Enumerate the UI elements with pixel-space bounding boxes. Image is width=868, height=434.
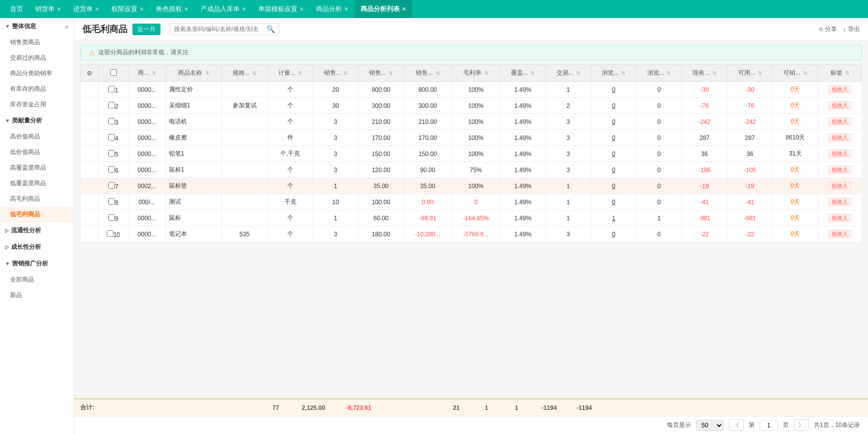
sidebar-item-category-sales-rate[interactable]: 商品分类助销率 [0, 66, 74, 81]
nav-close-product-entry[interactable]: ✕ [242, 6, 246, 13]
sidebar-item-low-margin[interactable]: 低毛利商品 [0, 207, 74, 222]
col-browse2[interactable]: 浏览... ⇅ [636, 65, 682, 82]
row-spec [222, 194, 268, 210]
col-trade[interactable]: 交易... ⇅ [546, 65, 591, 82]
row-browse1[interactable]: 0 [591, 146, 636, 162]
row-actions[interactable] [81, 210, 99, 226]
table-row: 5 0000... 铅笔1 个,千克 3 150.00 150.00 100% … [81, 146, 862, 162]
row-checkbox[interactable] [108, 134, 115, 140]
select-all-checkbox[interactable] [110, 69, 117, 76]
nav-close-sales-order[interactable]: ✕ [57, 6, 61, 13]
page-size-select[interactable]: 50 100 [696, 420, 724, 431]
row-browse1[interactable]: 0 [591, 194, 636, 210]
nav-close-product-analysis-list[interactable]: ✕ [402, 6, 406, 13]
sidebar-item-high-coverage[interactable]: 高覆盖度商品 [0, 160, 74, 176]
row-actions[interactable] [81, 98, 99, 114]
col-unit[interactable]: 计量... ⇅ [267, 65, 313, 82]
search-input[interactable] [174, 26, 264, 33]
sidebar-group-growth[interactable]: ▷ 成长性分析 [0, 239, 74, 255]
col-name[interactable]: 商品名称 ⇅ [165, 65, 222, 82]
row-checkbox[interactable] [108, 150, 115, 157]
sidebar-item-all-products[interactable]: 全部商品 [0, 272, 74, 287]
row-checkbox[interactable] [108, 198, 115, 205]
col-settings[interactable]: ⚙ [81, 65, 99, 82]
row-actions[interactable] [81, 146, 99, 162]
nav-permission-settings[interactable]: 权限设置 ✕ [105, 0, 150, 18]
nav-product-analysis-list[interactable]: 商品分析列表 ✕ [355, 0, 412, 18]
row-checkbox[interactable] [108, 182, 115, 189]
col-current-stock[interactable]: 现有... ⇅ [682, 65, 728, 82]
col-spec[interactable]: 规格... ⇅ [222, 65, 268, 82]
row-browse1[interactable]: 0 [591, 114, 636, 130]
nav-close-template[interactable]: ✕ [299, 6, 304, 13]
collapse-icon[interactable]: « [65, 23, 69, 31]
row-actions[interactable] [81, 130, 99, 146]
sidebar-item-high-margin[interactable]: 高毛利商品 [0, 191, 74, 207]
row-browse1[interactable]: 0 [591, 162, 636, 178]
nav-product-entry[interactable]: 产成品入库单 ✕ [195, 0, 252, 18]
nav-product-analysis[interactable]: 商品分析 ✕ [310, 0, 355, 18]
row-browse1[interactable]: 0 [591, 226, 636, 242]
row-actions[interactable] [81, 178, 99, 194]
nav-close-permission[interactable]: ✕ [139, 6, 144, 13]
export-button[interactable]: ↓ 导出 [843, 25, 860, 34]
row-browse1[interactable]: 0 [591, 178, 636, 194]
col-sales-price[interactable]: 销售... ⇅ [359, 65, 404, 82]
next-page-button[interactable]: 〉 [794, 419, 809, 431]
sidebar-group-value-analysis[interactable]: ▼ 类献量分析 [0, 112, 74, 129]
col-saleable[interactable]: 可销... ⇅ [773, 65, 818, 82]
nav-close-purchase-order[interactable]: ✕ [95, 6, 99, 13]
nav-home[interactable]: 首页 [4, 0, 29, 18]
row-browse1[interactable]: 0 [591, 98, 636, 114]
row-actions[interactable] [81, 162, 99, 178]
page-label: 第 [749, 421, 755, 429]
date-filter-button[interactable]: 近一月 [132, 24, 160, 35]
col-checkbox[interactable] [99, 65, 128, 82]
sidebar-item-low-coverage[interactable]: 低覆盖度商品 [0, 176, 74, 191]
nav-close-role-auth[interactable]: ✕ [184, 6, 189, 13]
table-row: 1 0000... 属性定价 个 20 800.00 800.00 100% 1… [81, 82, 862, 98]
row-sales-qty: 20 [313, 82, 359, 98]
row-actions[interactable] [81, 194, 99, 210]
nav-purchase-order[interactable]: 进货单 ✕ [67, 0, 105, 18]
col-sales-qty[interactable]: 销售... ⇅ [313, 65, 359, 82]
share-button[interactable]: ⎋ 分享 [819, 25, 837, 34]
row-actions[interactable] [81, 226, 99, 242]
prev-page-button[interactable]: 〈 [729, 419, 744, 431]
col-sales-profit[interactable]: 销售... ⇅ [404, 65, 452, 82]
sidebar-group-marketing[interactable]: ▼ 营销推广分析 [0, 255, 74, 272]
row-checkbox[interactable] [108, 86, 115, 92]
sidebar-group-circulation[interactable]: ▷ 流通性分析 [0, 222, 74, 239]
row-actions[interactable] [81, 82, 99, 98]
col-browse1[interactable]: 浏览... ⇅ [591, 65, 636, 82]
sidebar-group-overall-info[interactable]: ▼ 整体信息 « [0, 18, 74, 35]
sidebar-item-sales-products[interactable]: 销售类商品 [0, 35, 74, 50]
row-actions[interactable] [81, 114, 99, 130]
nav-sales-order[interactable]: 销货单 ✕ [29, 0, 67, 18]
search-icon[interactable]: 🔍 [266, 25, 275, 33]
nav-template-settings[interactable]: 单据模板设置 ✕ [252, 0, 310, 18]
row-browse1[interactable]: 0 [591, 130, 636, 146]
col-code[interactable]: 商... ⇅ [128, 65, 166, 82]
row-browse1[interactable]: 0 [591, 82, 636, 98]
col-available[interactable]: 可用... ⇅ [727, 65, 773, 82]
row-browse1[interactable]: 1 [591, 210, 636, 226]
sidebar-item-low-value[interactable]: 低价值商品 [0, 144, 74, 160]
sidebar-item-traded-products[interactable]: 交易过的商品 [0, 50, 74, 66]
sidebar-item-new-products[interactable]: 新品 [0, 287, 74, 303]
page-number-input[interactable] [760, 420, 778, 430]
col-tag[interactable]: 标签 ⇅ [818, 65, 861, 82]
sidebar-item-high-value[interactable]: 高价值商品 [0, 129, 74, 144]
sidebar-item-stocked-products[interactable]: 有库存的商品 [0, 81, 74, 97]
col-coverage[interactable]: 覆盖... ⇅ [500, 65, 546, 82]
nav-role-auth[interactable]: 角色授权 ✕ [150, 0, 195, 18]
share-icon: ⎋ [819, 26, 823, 33]
sidebar-item-inventory-capital[interactable]: 库存资金占用 [0, 97, 74, 112]
row-checkbox[interactable] [108, 166, 115, 173]
nav-close-product-analysis[interactable]: ✕ [344, 6, 349, 13]
row-checkbox[interactable] [108, 102, 115, 108]
col-gross-margin[interactable]: 毛利率 ⇅ [452, 65, 500, 82]
row-checkbox[interactable] [108, 118, 115, 124]
row-checkbox[interactable] [107, 230, 113, 237]
row-checkbox[interactable] [108, 214, 115, 221]
